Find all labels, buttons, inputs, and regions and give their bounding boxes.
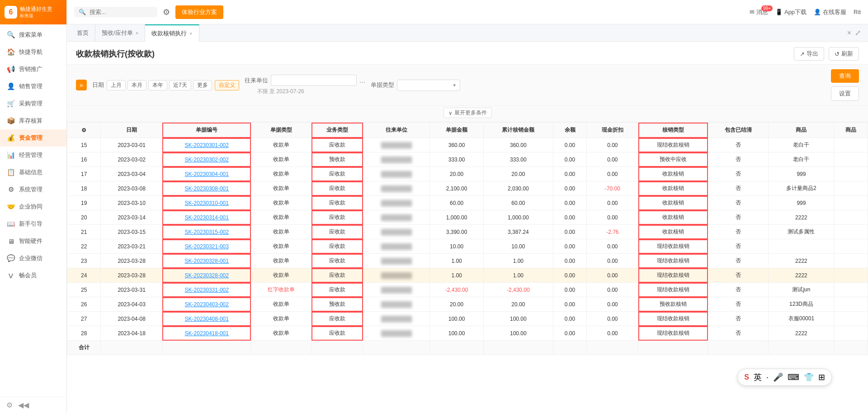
ime-keyboard[interactable]: ⌨ [788, 372, 799, 382]
sidebar-item-finance[interactable]: 💰资金管理 [0, 129, 66, 147]
sidebar-item-search-menu[interactable]: 🔍搜索菜单 [0, 26, 66, 43]
mobile-icon: 📱 [775, 9, 783, 15]
date-option-2[interactable]: 本年 [148, 80, 167, 90]
date-option-0[interactable]: 上月 [107, 80, 126, 90]
cell-6-biz-type: 应收款 [311, 225, 363, 239]
tab-close-collection-exec[interactable]: × [189, 31, 192, 36]
tab-bar-close[interactable]: × [847, 29, 851, 37]
filter-toggle-button[interactable]: » [76, 80, 87, 90]
ime-theme[interactable]: 👕 [804, 372, 814, 382]
cell-12-partner: ████████ [363, 312, 429, 326]
cell-11-goods2 [834, 297, 868, 312]
tab-collection-exec[interactable]: 收款核销执行× [145, 24, 199, 42]
cell-6-goods2 [834, 225, 868, 239]
sidebar-item-marketing[interactable]: 📢营销推广 [0, 61, 66, 78]
settings-icon[interactable]: ⚙ [6, 401, 13, 409]
cell-6-doc-no[interactable]: SK-20230315-002 [162, 225, 251, 239]
cell-11-included: 否 [708, 297, 769, 312]
cell-8-doc-no[interactable]: SK-20230328-001 [162, 254, 251, 268]
cell-2-doc-no[interactable]: SK-20230304-001 [162, 167, 251, 181]
tab-advance-payment[interactable]: 预收/应付单× [95, 24, 145, 42]
sidebar-item-guide[interactable]: 📖新手引导 [0, 215, 66, 233]
date-option-4[interactable]: 更多 [193, 80, 212, 90]
tab-bar-expand[interactable]: ⤢ [855, 28, 861, 37]
ime-grid[interactable]: ⊞ [818, 372, 825, 382]
sidebar-item-purchase[interactable]: 🛒采购管理 [0, 95, 66, 112]
date-option-3[interactable]: 近7天 [169, 80, 191, 90]
cell-12-doc-no[interactable]: SK-20230408-001 [162, 312, 251, 326]
sidebar-item-sales[interactable]: 👤销售管理 [0, 78, 66, 95]
cell-0-doc-no[interactable]: SK-20230301-002 [162, 138, 251, 152]
app-download-button[interactable]: 📱 App下载 [775, 8, 807, 16]
ime-logo: S [744, 373, 749, 381]
cell-14-doc-no [162, 341, 251, 355]
cell-10-doc-no[interactable]: SK-20230331-002 [162, 283, 251, 297]
messages-button[interactable]: ✉ 消息 99+ [750, 8, 768, 16]
sidebar-item-inventory[interactable]: 📦库存核算 [0, 112, 66, 129]
sidebar-item-quick-nav[interactable]: 🏠快捷导航 [0, 43, 66, 61]
ime-mic[interactable]: 🎤 [773, 372, 783, 382]
cell-1-doc-type: 收款单 [251, 152, 311, 167]
cell-3-discount: -70.00 [587, 181, 638, 196]
header-search-input[interactable] [90, 9, 153, 15]
date-option-1[interactable]: 本月 [127, 80, 146, 90]
col-header-4: 业务类型 [311, 123, 363, 138]
user-profile[interactable]: Rit [854, 9, 861, 15]
cell-6-doc-type: 收款单 [251, 225, 311, 239]
cell-4-included: 否 [708, 196, 769, 210]
cell-14-write-off-type [638, 341, 708, 355]
sidebar-item-vip[interactable]: V畅会员 [0, 267, 66, 284]
ime-lang[interactable]: 英 [754, 372, 762, 383]
cell-1-doc-no[interactable]: SK-20230302-002 [162, 152, 251, 167]
cell-9-goods2 [834, 268, 868, 283]
cell-1-write-off: 333.00 [483, 152, 553, 167]
cell-0-partner: ████████ [363, 138, 429, 152]
cell-4-doc-no[interactable]: SK-20230310-001 [162, 196, 251, 210]
cell-5-discount: 0.00 [587, 210, 638, 225]
cell-12-date: 2023-04-08 [101, 312, 162, 326]
cell-9-doc-no[interactable]: SK-20230328-002 [162, 268, 251, 283]
sidebar-item-operations[interactable]: 📊经营管理 [0, 147, 66, 164]
col-header-1: 日期 [101, 123, 162, 138]
message-icon: ✉ [750, 9, 755, 15]
collapse-icon[interactable]: ◀◀ [18, 401, 29, 409]
cell-5-doc-no[interactable]: SK-20230314-001 [162, 210, 251, 225]
sidebar-item-hardware[interactable]: 🖥智能硬件 [0, 233, 66, 250]
header-settings-icon[interactable]: ⚙ [163, 7, 170, 17]
doc-type-select[interactable] [397, 80, 460, 91]
cell-11-balance: 0.00 [553, 297, 586, 312]
cell-3-write-off: 2,030.00 [483, 181, 553, 196]
partner-input[interactable] [271, 75, 357, 86]
sidebar-label-basic-info: 基础信息 [19, 168, 42, 176]
sidebar-label-hardware: 智能硬件 [19, 237, 42, 245]
cell-7-included: 否 [708, 239, 769, 254]
sidebar-item-system[interactable]: ⚙系统管理 [0, 181, 66, 198]
cell-13-doc-no[interactable]: SK-20230418-001 [162, 326, 251, 341]
cell-14-balance [553, 341, 586, 355]
sidebar-item-basic-info[interactable]: 📋基础信息 [0, 164, 66, 181]
partner-filter-label: 往来单位 [245, 76, 268, 85]
tab-close-advance-payment[interactable]: × [136, 30, 138, 36]
custom-date-button[interactable]: 自定义 [215, 80, 239, 90]
solution-button[interactable]: 体验行业方案 [175, 5, 223, 19]
cell-7-doc-no[interactable]: SK-20230321-003 [162, 239, 251, 254]
cell-4-write-off: 60.00 [483, 196, 553, 210]
online-service-button[interactable]: 👤 在线客服 [814, 8, 846, 16]
cell-3-doc-no[interactable]: SK-20230308-001 [162, 181, 251, 196]
sidebar-item-wechat[interactable]: 💬企业微信 [0, 250, 66, 267]
cell-13-date: 2023-04-18 [101, 326, 162, 341]
query-button[interactable]: 查询 [831, 69, 859, 83]
cell-10-biz-type: 应收款 [311, 283, 363, 297]
cell-11-doc-no[interactable]: SK-20230403-002 [162, 297, 251, 312]
more-filter-dots[interactable]: ... [359, 76, 365, 85]
cell-9-write-off-type: 现结收款核销 [638, 268, 708, 283]
col-header-7: 累计核销金额 [483, 123, 553, 138]
refresh-button[interactable]: ↺ 刷新 [829, 47, 859, 61]
tab-label-home: 首页 [77, 29, 89, 37]
filter-settings-button[interactable]: 设置 [831, 86, 859, 101]
export-button[interactable]: ↗ 导出 [794, 47, 824, 61]
cell-13-write-off: 100.00 [483, 326, 553, 341]
expand-more-button[interactable]: ∨ 展开更多条件 [443, 108, 492, 118]
sidebar-item-enterprise[interactable]: 🤝企业协同 [0, 198, 66, 215]
tab-home[interactable]: 首页 [71, 24, 95, 42]
